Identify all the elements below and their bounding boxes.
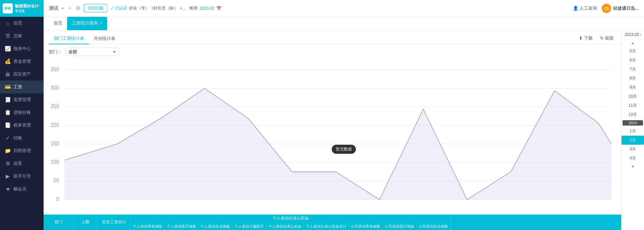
invoice-icon: 🧾 <box>5 97 11 103</box>
download-button[interactable]: ⬇ 下载 <box>577 34 595 43</box>
chart-svg: 350 300 250 200 150 100 50 0 <box>47 63 616 211</box>
col-dept: 部门 <box>44 215 74 230</box>
user-menu[interactable]: CE 轻捷通日迅... <box>602 4 639 13</box>
topbar: 测试 ▾ ＋ ⚙ 切到旧版 ✓ 已认证 好会（专） +好生意（标） +... 账… <box>44 0 644 17</box>
col-major-medical: 个人承担大额医疗 <box>232 223 266 230</box>
sidebar-item-member[interactable]: ★ 畅会员 <box>0 183 44 195</box>
checkout-icon: ✓ <box>5 135 11 141</box>
product-label: 好会（专） <box>129 5 149 11</box>
tab-close-icon[interactable]: × <box>100 21 102 26</box>
svg-text:200: 200 <box>50 122 59 128</box>
month-6[interactable]: 6月 <box>622 56 644 65</box>
svg-text:250: 250 <box>50 103 59 109</box>
refresh-button[interactable]: ↻ 刷新 <box>598 34 616 43</box>
scroll-up-arrow[interactable]: ▲ <box>622 39 644 47</box>
col-group-personal: 个人承担社保公积金 个人承担养老保险 个人承担医疗保险 个人承担失业保险 个人承… <box>131 215 451 230</box>
table-header: 部门 人数 应发工资合计 个人承担社保公积金 个人承担养老保险 个人承担医疗保险 <box>44 215 621 230</box>
topbar-right: 👤 人工咨询 CE 轻捷通日迅... <box>573 4 639 13</box>
sidebar-item-ledger[interactable]: ☰ 总账 <box>0 30 44 42</box>
topbar-settings-icon[interactable]: ⚙ <box>76 5 80 11</box>
col-salary: 应发工资合计 <box>97 215 131 230</box>
col-count: 人数 <box>74 215 97 230</box>
tax-icon: 📑 <box>5 122 11 128</box>
switch-old-button[interactable]: 切到旧版 <box>84 4 107 12</box>
month-1[interactable]: 1月 <box>622 127 644 136</box>
current-year-month: 2023.02 › <box>622 30 644 39</box>
sub-tab-monthly[interactable]: 月份统计表 <box>89 34 120 44</box>
support-icon: 👤 <box>573 6 578 11</box>
calendar-icon[interactable]: 📅 <box>216 6 221 11</box>
scroll-down-arrow[interactable]: ▼ <box>622 163 644 170</box>
month-12[interactable]: 12月 <box>622 110 644 119</box>
content-area: 部门工资统计表 月份统计表 ⬇ 下载 ↻ 刷新 <box>44 30 644 230</box>
date-picker-sidebar: 2023.02 › ▲ 5月 6月 7月 8月 9月 10月 11月 12月 2… <box>621 30 644 230</box>
logo-icon: 好会 <box>3 3 13 13</box>
sidebar-item-archive[interactable]: 📁 归档管理 <box>0 144 44 157</box>
sidebar-item-guide[interactable]: ▶ 新手引导 <box>0 170 44 183</box>
period-label: 账期 <box>190 5 198 11</box>
month-3[interactable]: 3月 <box>622 145 644 154</box>
sidebar-item-assets[interactable]: 🏛 固定资产 <box>0 68 44 81</box>
topbar-status: ✓ 已认证 好会（专） +好生意（标） +... 账期 2023-02 📅 <box>111 5 221 11</box>
sub-tab-dept[interactable]: 部门工资统计表 <box>49 34 89 44</box>
sidebar-item-invoice[interactable]: 🧾 发票管理 <box>0 93 44 106</box>
col-social-total: 个人承担社保公积金合计 <box>304 223 349 230</box>
add-icon[interactable]: ＋ <box>67 5 72 12</box>
filter-row: 部门： 全部 销售部 财务部 人事部 技术部 <box>44 44 621 59</box>
svg-text:350: 350 <box>50 66 59 72</box>
sidebar-item-tax[interactable]: 📑 税务管理 <box>0 119 44 132</box>
period-value: 2023-02 <box>200 6 214 11</box>
member-icon: ★ <box>5 186 11 192</box>
dropdown-arrow-icon[interactable]: ▾ <box>62 6 64 11</box>
sidebar-item-settings[interactable]: ⚙ 设置 <box>0 157 44 170</box>
chevron-right-icon: › <box>640 33 641 37</box>
topbar-title: 测试 <box>49 5 58 11</box>
content-main: 部门工资统计表 月份统计表 ⬇ 下载 ↻ 刷新 <box>44 30 621 230</box>
funds-icon: 💰 <box>5 58 11 64</box>
home-icon: ⌂ <box>5 20 11 26</box>
month-11[interactable]: 11月 <box>622 101 644 110</box>
month-9[interactable]: 9月 <box>622 83 644 92</box>
month-8[interactable]: 8月 <box>622 74 644 83</box>
purchase-icon: 📋 <box>5 109 11 116</box>
svg-text:100: 100 <box>50 159 59 165</box>
year-2024-badge: 2024 <box>623 120 643 126</box>
sidebar-item-purchase[interactable]: 📋 进销台账 <box>0 106 44 119</box>
settings-icon: ⚙ <box>5 160 11 167</box>
sidebar-item-checkout[interactable]: ✓ 结账 <box>0 132 44 144</box>
month-7[interactable]: 7月 <box>622 65 644 74</box>
logo-text: 畅捷通好会计 专业版 <box>15 4 39 13</box>
dept-select[interactable]: 全部 销售部 财务部 人事部 技术部 <box>65 48 119 56</box>
tab-salary[interactable]: 工资统计报表 × <box>67 17 107 30</box>
support-button[interactable]: 👤 人工咨询 <box>573 5 597 11</box>
sidebar: 好会 畅捷通好会计 专业版 ⌂ 首页 ☰ 总账 📈 报表中心 💰 资金管理 🏛 … <box>0 0 44 230</box>
verified-status: ✓ 已认证 <box>111 5 127 11</box>
app-logo: 好会 畅捷通好会计 专业版 <box>0 0 44 17</box>
month-2-active[interactable]: 2月 <box>622 136 644 145</box>
sidebar-item-home[interactable]: ⌂ 首页 <box>0 17 44 30</box>
dept-filter-label: 部门： <box>49 49 62 55</box>
user-name: 轻捷通日迅... <box>613 5 639 11</box>
reports-icon: 📈 <box>5 46 11 52</box>
user-avatar: CE <box>602 4 611 13</box>
month-10[interactable]: 10月 <box>622 92 644 101</box>
svg-text:300: 300 <box>50 85 59 91</box>
archive-icon: 📁 <box>5 148 11 154</box>
assets-icon: 🏛 <box>5 72 11 77</box>
tab-home[interactable]: 首页 <box>49 17 67 30</box>
sidebar-item-salary[interactable]: 💳 工资 <box>0 81 44 93</box>
svg-text:0: 0 <box>56 196 59 202</box>
col-pension: 个人承担养老保险 <box>131 223 165 230</box>
col-housing-fund: 个人承担住房公积金 <box>266 223 304 230</box>
group-sub-cols: 个人承担养老保险 个人承担医疗保险 个人承担失业保险 个人承担大额医疗 个人承担… <box>131 223 450 230</box>
group-header: 个人承担社保公积金 <box>131 215 450 223</box>
download-icon: ⬇ <box>579 36 583 41</box>
month-4[interactable]: 4月 <box>622 154 644 163</box>
col-company-medical: 公司承担医疗保险 <box>383 223 417 230</box>
col-medical: 个人承担医疗保险 <box>165 223 199 230</box>
month-5[interactable]: 5月 <box>622 47 644 56</box>
sidebar-item-funds[interactable]: 💰 资金管理 <box>0 55 44 68</box>
sub-tabs: 部门工资统计表 月份统计表 ⬇ 下载 ↻ 刷新 <box>44 30 621 44</box>
main-content: 测试 ▾ ＋ ⚙ 切到旧版 ✓ 已认证 好会（专） +好生意（标） +... 账… <box>44 0 644 230</box>
sidebar-item-reports[interactable]: 📈 报表中心 <box>0 42 44 55</box>
